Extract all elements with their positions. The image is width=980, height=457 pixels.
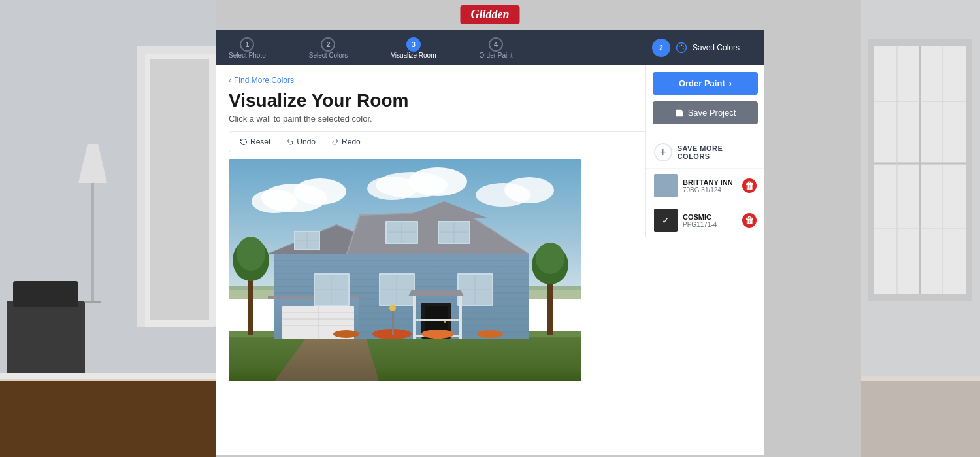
- save-icon: [675, 109, 684, 118]
- step-2[interactable]: 2 Select Colors: [309, 37, 348, 59]
- saved-colors-label: Saved Colors: [693, 43, 740, 52]
- delete-cosmic-button[interactable]: 🗑: [742, 213, 757, 228]
- svg-rect-9: [91, 183, 94, 301]
- svg-point-36: [408, 167, 467, 196]
- step-1[interactable]: 1 Select Photo: [229, 37, 266, 59]
- undo-button[interactable]: Undo: [284, 136, 318, 148]
- svg-rect-3: [137, 46, 216, 54]
- svg-point-27: [679, 46, 680, 47]
- svg-marker-111: [408, 290, 464, 296]
- brittany-inn-name: BRITTANY INN: [683, 178, 737, 186]
- house-svg: [229, 159, 581, 381]
- glidden-logo: Glidden: [460, 5, 519, 24]
- step-4-label: Order Paint: [479, 52, 512, 59]
- svg-rect-12: [0, 373, 216, 379]
- step-line-2: [353, 48, 385, 48]
- delete-brittany-inn-button[interactable]: 🗑: [742, 178, 757, 193]
- sidebar-divider-1: [646, 131, 764, 131]
- svg-point-26: [677, 43, 687, 53]
- saved-count: 2: [659, 44, 663, 52]
- save-more-colors-row[interactable]: + SAVE MORE COLORS: [646, 137, 764, 168]
- background-left-room: [0, 0, 216, 457]
- svg-rect-25: [861, 376, 980, 381]
- step-2-label: Select Colors: [309, 52, 348, 59]
- svg-rect-109: [413, 296, 416, 339]
- brittany-inn-swatch[interactable]: [654, 174, 678, 197]
- sidebar-content: Order Paint › Save Project + SAVE MORE C…: [645, 65, 764, 237]
- reset-button[interactable]: Reset: [237, 136, 273, 148]
- svg-point-120: [237, 237, 265, 271]
- brittany-inn-code: 70BG 31/124: [683, 186, 737, 194]
- redo-icon: [331, 138, 339, 146]
- svg-rect-124: [392, 309, 394, 335]
- house-visualization[interactable]: [229, 159, 581, 381]
- svg-rect-4: [137, 46, 145, 327]
- svg-point-34: [252, 190, 297, 213]
- saved-badge-circle: 2: [652, 39, 670, 57]
- svg-point-117: [477, 330, 503, 338]
- cosmic-info: COSMIC PPG1171-4: [683, 213, 737, 228]
- svg-rect-5: [0, 379, 216, 457]
- svg-point-125: [389, 305, 396, 311]
- svg-point-123: [536, 243, 564, 274]
- step-3-circle: 3: [406, 37, 421, 52]
- cosmic-code: PPG1171-4: [683, 221, 737, 228]
- svg-rect-112: [415, 319, 459, 321]
- order-paint-button[interactable]: Order Paint ›: [653, 72, 758, 95]
- svg-point-39: [504, 177, 554, 203]
- step-line-1: [271, 48, 304, 48]
- step-4[interactable]: 4 Order Paint: [479, 37, 512, 59]
- color-entry-cosmic: ✓ COSMIC PPG1171-4 🗑: [646, 203, 764, 237]
- step-4-circle: 4: [489, 37, 503, 52]
- step-line-3: [441, 48, 474, 48]
- svg-point-28: [681, 44, 682, 46]
- svg-rect-2: [150, 59, 209, 320]
- steps-nav: 1 Select Photo 2 Select Colors 3 Visuali…: [229, 37, 513, 59]
- step-2-circle: 2: [321, 37, 335, 52]
- plus-icon: +: [654, 143, 672, 161]
- svg-rect-8: [13, 281, 78, 307]
- svg-point-29: [683, 46, 684, 47]
- svg-point-116: [333, 330, 359, 338]
- logo-text: Glidden: [460, 5, 519, 24]
- svg-point-30: [683, 48, 684, 49]
- color-entry-brittany-inn: BRITTANY INN 70BG 31/124 🗑: [646, 168, 764, 203]
- svg-rect-11: [85, 301, 101, 303]
- svg-rect-110: [459, 296, 462, 339]
- sidebar-saved-header: 2 Saved Colors: [645, 30, 764, 65]
- svg-rect-7: [7, 301, 85, 379]
- reset-icon: [240, 138, 248, 146]
- toolbar-left: Reset Undo Redo: [237, 136, 363, 148]
- brittany-inn-info: BRITTANY INN 70BG 31/124: [683, 178, 737, 194]
- cosmic-swatch[interactable]: ✓: [654, 209, 678, 232]
- step-1-label: Select Photo: [229, 52, 266, 59]
- palette-icon: [676, 42, 687, 54]
- undo-icon: [286, 138, 294, 146]
- svg-point-37: [367, 177, 417, 200]
- background-right-room: [861, 0, 980, 457]
- svg-point-33: [294, 178, 346, 205]
- redo-button[interactable]: Redo: [329, 136, 363, 148]
- step-1-circle: 1: [240, 37, 254, 52]
- svg-point-115: [421, 330, 454, 339]
- save-more-label: SAVE MORE COLORS: [678, 144, 757, 160]
- cosmic-name: COSMIC: [683, 213, 737, 221]
- step-3-label: Visualize Room: [391, 52, 436, 59]
- step-3[interactable]: 3 Visualize Room: [391, 37, 436, 59]
- svg-rect-24: [861, 379, 980, 457]
- save-project-button[interactable]: Save Project: [653, 101, 758, 124]
